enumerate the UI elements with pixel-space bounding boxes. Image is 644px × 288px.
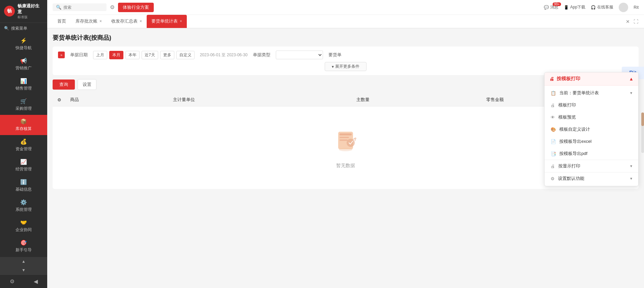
sidebar-item-purchase[interactable]: 🛒 采购管理	[0, 95, 47, 115]
sidebar-item-label: 资金管理	[16, 146, 32, 152]
window-controls: ✕ ⛶	[625, 19, 639, 24]
dropdown-header[interactable]: 🖨 按模板打印 ▲	[545, 72, 638, 86]
sidebar-search-label: 搜索菜单	[11, 26, 27, 31]
sidebar-bottom: ⚙ ◀	[0, 275, 47, 288]
tab-collection-summary-label: 收发存汇总表	[111, 18, 138, 24]
dropdown-panel: 🖨 按模板打印 ▲ 📋 当前：要货单统计表 ▾ 🖨 模板打印 👁	[544, 72, 639, 186]
window-close-btn[interactable]: ✕	[625, 19, 631, 24]
date-btn-custom[interactable]: 自定义	[176, 51, 195, 59]
guide-icon: 🎯	[20, 239, 27, 246]
date-btn-current-month[interactable]: 本月	[109, 51, 123, 59]
date-label: 单据日期	[70, 52, 88, 58]
tab-collection-summary[interactable]: 收发存汇总表 ×	[107, 15, 147, 28]
svg-rect-3	[340, 137, 349, 138]
tab-inventory-batch-close[interactable]: ×	[99, 19, 102, 24]
sidebar-item-basic[interactable]: ℹ️ 基础信息	[0, 175, 47, 196]
tab-home[interactable]: 首页	[53, 15, 71, 28]
sidebar-item-inventory[interactable]: 📦 库存核算	[0, 115, 47, 135]
set-default-icon: ⚙	[551, 176, 555, 181]
dropdown-export-excel[interactable]: 📄 按模板导出excel	[545, 135, 638, 148]
dropdown-template-design[interactable]: 🎨 模板自定义设计	[545, 123, 638, 135]
dropdown-current-template[interactable]: 📋 当前：要货单统计表 ▾	[545, 87, 638, 99]
app-download-icon: 📱	[564, 5, 569, 10]
sidebar-item-quick-nav[interactable]: ⚡ 快捷导航	[0, 34, 47, 54]
date-btn-prev-month[interactable]: 上月	[93, 51, 107, 59]
tab-order-stats-label: 要货单统计表	[151, 18, 178, 24]
query-btn[interactable]: 查询	[53, 79, 75, 90]
topbar-search-input[interactable]	[63, 5, 103, 10]
dropdown-display-print[interactable]: 🖨 按显示打印 ▾	[545, 160, 638, 172]
dropdown-set-default[interactable]: ⚙ 设置默认功能 ▾	[545, 172, 638, 185]
scrollbar[interactable]	[641, 113, 644, 153]
sidebar-item-marketing[interactable]: 📢 营销推广	[0, 54, 47, 74]
sidebar-item-label: 系统管理	[16, 207, 32, 213]
scroll-down-icon: ▼	[22, 268, 26, 273]
notifications-btn[interactable]: 💬 消息 99+	[544, 4, 558, 10]
topbar-gear-icon[interactable]: ⚙	[110, 4, 115, 10]
tab-inventory-batch[interactable]: 库存批次账 ×	[71, 15, 107, 28]
sidebar-item-guide[interactable]: 🎯 新手引导	[0, 236, 47, 256]
sidebar-item-label: 基础信息	[16, 187, 32, 192]
sidebar-search[interactable]: 🔍 搜索菜单	[0, 23, 47, 34]
sidebar-collapse-btn[interactable]: ◀	[34, 278, 38, 285]
export-excel-label: 按模板导出excel	[559, 138, 591, 145]
sidebar-item-label: 经营管理	[16, 166, 32, 172]
sidebar-settings-btn[interactable]: ⚙	[10, 278, 14, 285]
topbar-username: Rit	[634, 5, 639, 10]
sidebar-item-system[interactable]: ⚙️ 系统管理	[0, 196, 47, 216]
online-service-icon: 🎧	[591, 5, 596, 10]
sidebar-scroll-down[interactable]: ▼	[0, 266, 47, 275]
order-type-label: 单据类型	[253, 52, 270, 58]
display-print-icon: 🖨	[551, 164, 555, 169]
dropdown-export-pdf[interactable]: 📑 按模板导出pdf	[545, 148, 638, 160]
date-range-text: 2023-06-01 至 2023-06-30	[200, 52, 247, 58]
online-service-btn[interactable]: 🎧 在线客服	[591, 4, 613, 10]
app-download-btn[interactable]: 📱 App下载	[564, 4, 585, 10]
expand-more-btn[interactable]: ▾ 展开更多条件	[325, 62, 367, 71]
sidebar-item-enterprise[interactable]: 🤝 企业协同	[0, 216, 47, 236]
expand-chevron-icon: ▾	[332, 64, 334, 69]
sidebar: 畅 畅康通好生意 标准版 🔍 搜索菜单 ⚡ 快捷导航 📢 营销推广 📊 销售管理…	[0, 0, 47, 288]
date-btn-more[interactable]: 更多	[160, 51, 174, 59]
export-pdf-label: 按模板导出pdf	[559, 151, 587, 157]
filter-card: » 单据日期 上月 本月 本年 近7天 更多 自定义 2023-06-01 至 …	[53, 46, 639, 75]
sidebar-item-operations[interactable]: 📈 经营管理	[0, 155, 47, 175]
export-excel-icon: 📄	[551, 139, 556, 144]
expand-more-row: ▾ 展开更多条件	[58, 62, 633, 71]
current-template-chevron: ▾	[630, 91, 632, 95]
filter-expand-icon[interactable]: »	[58, 52, 65, 58]
page-title: 要货单统计表(按商品)	[53, 34, 639, 42]
expand-more-label: 展开更多条件	[335, 64, 359, 69]
tab-collection-summary-close[interactable]: ×	[140, 19, 142, 24]
sidebar-item-sales[interactable]: 📊 销售管理	[0, 74, 47, 95]
finance-icon: 💰	[20, 138, 27, 145]
window-maximize-btn[interactable]: ⛶	[633, 19, 639, 24]
tab-order-stats[interactable]: 要货单统计表 ×	[147, 15, 187, 28]
experience-btn[interactable]: 体验行业方案	[118, 3, 154, 12]
svg-point-5	[347, 139, 355, 147]
notification-badge: 99+	[553, 2, 561, 6]
sales-icon: 📊	[20, 78, 27, 84]
dropdown-chevron-icon: ▲	[629, 76, 634, 82]
user-avatar[interactable]	[619, 3, 628, 12]
sidebar-scroll-up[interactable]: ▲	[0, 257, 47, 266]
sidebar-item-finance[interactable]: 💰 资金管理	[0, 135, 47, 155]
online-service-label: 在线客服	[597, 4, 613, 10]
settings-btn[interactable]: 设置	[78, 79, 96, 90]
empty-text: 暂无数据	[336, 163, 355, 169]
col-settings[interactable]: ⚙	[53, 93, 66, 106]
app-download-label: App下载	[570, 4, 585, 10]
date-group: 上月 本月 本年 近7天 更多 自定义	[93, 51, 195, 59]
date-btn-this-year[interactable]: 本年	[125, 51, 140, 59]
tab-order-stats-close[interactable]: ×	[180, 19, 182, 24]
export-pdf-icon: 📑	[551, 151, 556, 156]
dropdown-template-preview[interactable]: 👁 模板预览	[545, 111, 638, 123]
dropdown-template-print[interactable]: 🖨 模板打印	[545, 99, 638, 111]
order-type-select[interactable]	[276, 51, 323, 59]
date-btn-last-7-days[interactable]: 近7天	[142, 51, 158, 59]
current-template-icon: 📋	[551, 91, 556, 96]
topbar: 🔍 ⚙ 体验行业方案 💬 消息 99+ 📱 App下载 🎧 在线客服 Rit	[47, 0, 644, 15]
scrollbar-thumb[interactable]	[641, 113, 644, 126]
enterprise-icon: 🤝	[20, 219, 27, 226]
topbar-search-box[interactable]: 🔍	[53, 3, 107, 11]
